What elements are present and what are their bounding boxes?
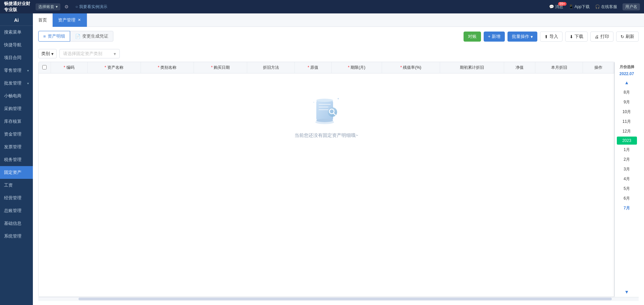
col-monthly-depreciation: 本月折旧 — [535, 62, 583, 73]
empty-illustration: ✦ ✦ — [306, 94, 346, 127]
sidebar-item-project[interactable]: 项目合同 — [0, 51, 33, 64]
sub-tab-change-voucher[interactable]: 📄 变更生成凭证 — [70, 31, 113, 42]
sidebar-item-system[interactable]: 系统管理 — [0, 230, 33, 243]
sidebar-item-ledger[interactable]: 总账管理 — [0, 204, 33, 217]
reconcile-button[interactable]: 对账 — [464, 32, 481, 42]
col-category: * 类别名称 — [141, 62, 194, 73]
col-net-value: 净值 — [504, 62, 535, 73]
user-profile[interactable]: 用户名 — [623, 3, 640, 10]
category-input[interactable]: 请选择固定资产类别 ▾ — [59, 49, 120, 58]
month-panel-title: 月份选择 — [618, 62, 636, 71]
message-button[interactable]: 💬 消息 99+ — [549, 4, 563, 10]
app-download-button[interactable]: 📱 App下载 — [569, 4, 590, 10]
tab-close-icon[interactable]: ✕ — [77, 18, 82, 22]
add-button[interactable]: + 新增 — [484, 32, 505, 42]
month-year-label: 2022.07 — [618, 71, 635, 78]
tab-asset-mgmt[interactable]: 资产管理 ✕ — [53, 13, 87, 27]
month-item-6[interactable]: 6月 — [617, 194, 637, 203]
month-item-8[interactable]: 8月 — [617, 88, 637, 97]
col-residual-rate: * 残值率(%) — [382, 62, 440, 73]
sidebar-item-basic-info[interactable]: 基础信息 — [0, 217, 33, 230]
refresh-icon: ↻ — [621, 34, 624, 39]
sub-tabs: ≡ 资产明细 📄 变更生成凭证 — [38, 31, 113, 42]
col-name: * 资产名称 — [87, 62, 141, 73]
download-button[interactable]: ⬇ 下载 — [565, 32, 588, 42]
sidebar-item-invoice[interactable]: 发票管理 — [0, 141, 33, 153]
asset-table: * 编码 * 资产名称 * 类别名称 * 购买日期 折旧方法 * 原值 * 期限… — [38, 62, 614, 297]
up-arrow-icon[interactable]: ▲ — [623, 79, 631, 86]
category-filter[interactable]: 类别 ▾ — [38, 49, 57, 58]
month-item-11[interactable]: 11月 — [617, 117, 637, 126]
brand-text: Ai — [3, 17, 30, 23]
sidebar-item-inventory[interactable]: 库存核算 — [0, 115, 33, 128]
month-item-4[interactable]: 4月 — [617, 174, 637, 184]
sidebar-item-search[interactable]: 搜索菜单 — [0, 26, 33, 39]
inner-content: ≡ 资产明细 📄 变更生成凭证 对账 + 新增 批量操作 ▾ — [33, 27, 644, 305]
content-area: 首页 资产管理 ✕ ≡ 资产明细 📄 变更生成凭证 — [33, 13, 644, 305]
month-item-12[interactable]: 12月 — [617, 127, 637, 136]
sub-tab-asset-detail[interactable]: ≡ 资产明细 — [38, 31, 70, 42]
sidebar-item-wholesale[interactable]: 批发管理 ▾ — [0, 77, 33, 90]
tab-home[interactable]: 首页 — [33, 13, 53, 27]
sidebar-item-operations[interactable]: 经营管理 — [0, 192, 33, 204]
month-nav-up[interactable]: ▲ — [615, 78, 639, 88]
empty-state: ✦ ✦ 当前您还没有固定资产明细哦~ — [39, 73, 614, 159]
month-panel: 月份选择 2022.07 ▲ 8月 9月 10月 11月 12月 2023 1月… — [614, 62, 639, 297]
svg-text:✦: ✦ — [337, 97, 339, 100]
import-icon: ⬆ — [544, 34, 548, 39]
demo-link[interactable]: ○ 我要看实例演示 — [75, 4, 107, 10]
sidebar-item-purchase[interactable]: 采购管理 — [0, 102, 33, 115]
download-icon: ⬇ — [570, 34, 573, 39]
sidebar-header: Ai — [0, 13, 33, 26]
phone-icon: 📱 — [569, 4, 574, 9]
list-icon: ≡ — [43, 34, 46, 39]
account-selector[interactable]: 选择账套 ▾ — [36, 3, 60, 10]
chevron-down-icon: ▾ — [51, 51, 54, 56]
chevron-icon: ▾ — [27, 69, 29, 72]
sidebar-item-tax[interactable]: 税务管理 — [0, 153, 33, 166]
sidebar-item-fund[interactable]: 资金管理 — [0, 128, 33, 141]
chevron-down-icon: ▾ — [531, 34, 533, 39]
month-item-2[interactable]: 2月 — [617, 155, 637, 164]
brand-logo: 畅捷通好业财 专业版 — [4, 1, 30, 13]
month-item-1[interactable]: 1月 — [617, 145, 637, 154]
col-depreciation-method: 折旧方法 — [247, 62, 295, 73]
svg-point-3 — [316, 119, 333, 122]
col-purchase-date: * 购买日期 — [194, 62, 247, 73]
month-item-5[interactable]: 5月 — [617, 184, 637, 193]
print-button[interactable]: 🖨 打印 — [590, 32, 613, 42]
main-layout: Ai 搜索菜单 快捷导航 项目合同 零售管理 ▾ 批发管理 ▾ 小畅电商 采购管… — [0, 13, 644, 305]
batch-ops-button[interactable]: 批量操作 ▾ — [507, 32, 537, 42]
message-icon: 💬 — [549, 4, 554, 9]
scrollbar-thumb — [78, 298, 612, 300]
refresh-button[interactable]: ↻ 刷新 — [616, 32, 639, 42]
toolbar: 对账 + 新增 批量操作 ▾ ⬆ 导入 ⬇ 下载 🖨 — [464, 32, 639, 42]
import-button[interactable]: ⬆ 导入 — [540, 32, 562, 42]
month-item-7[interactable]: 7月 — [617, 204, 637, 213]
year-2023-badge: 2023 — [617, 137, 637, 145]
chevron-down-icon: ▾ — [114, 51, 116, 56]
filter-row: 类别 ▾ 请选择固定资产类别 ▾ — [38, 49, 639, 58]
month-item-10[interactable]: 10月 — [617, 107, 637, 116]
down-arrow-icon[interactable]: ▼ — [623, 288, 631, 296]
month-nav-down[interactable]: ▼ — [615, 287, 639, 297]
top-right-actions: 💬 消息 99+ 📱 App下载 🎧 在线客服 用户名 — [549, 3, 640, 10]
online-service-button[interactable]: 🎧 在线客服 — [595, 4, 617, 10]
settings-icon[interactable]: ⚙ — [63, 3, 70, 10]
select-all-checkbox[interactable] — [42, 65, 47, 69]
col-operations: 操作 — [583, 62, 614, 73]
sidebar-item-payroll[interactable]: 工资 — [0, 179, 33, 192]
sidebar-item-quicknav[interactable]: 快捷导航 — [0, 39, 33, 51]
month-item-3[interactable]: 3月 — [617, 165, 637, 174]
col-cumulative-depreciation: 期初累计折旧 — [440, 62, 504, 73]
bottom-scrollbar[interactable] — [38, 297, 639, 301]
month-list: 8月 9月 10月 11月 12月 2023 1月 2月 3月 4月 5月 6月… — [615, 88, 639, 287]
col-code: * 编码 — [51, 62, 87, 73]
month-item-9[interactable]: 9月 — [617, 98, 637, 107]
sidebar-item-retail[interactable]: 零售管理 ▾ — [0, 64, 33, 77]
message-badge: 99+ — [558, 2, 567, 6]
sidebar-item-ecommerce[interactable]: 小畅电商 — [0, 90, 33, 102]
doc-icon: 📄 — [75, 34, 80, 39]
svg-text:✦: ✦ — [313, 101, 315, 103]
sidebar-item-fixed-assets[interactable]: 固定资产 — [0, 166, 33, 179]
